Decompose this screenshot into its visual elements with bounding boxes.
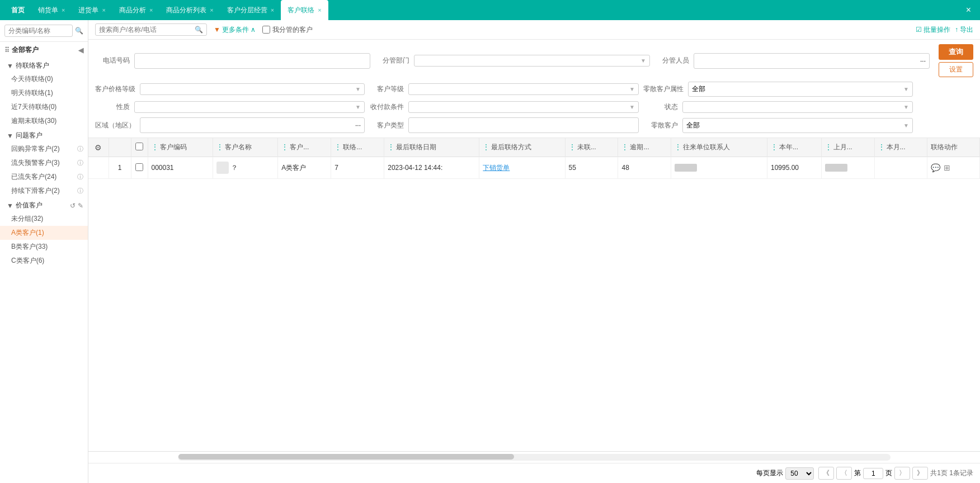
sidebar-item-ungrouped[interactable]: 未分组(32) — [0, 212, 88, 226]
problem-customers-label: 问题客户 — [16, 131, 43, 140]
last-contact-way-link[interactable]: 下销货单 — [483, 164, 510, 172]
row-checkbox[interactable] — [135, 163, 143, 171]
filter-search-icon[interactable]: 🔍 — [195, 26, 203, 34]
scrollbar-track[interactable] — [178, 454, 891, 461]
nav-tab-sales[interactable]: 销货单 × — [31, 0, 72, 20]
sidebar-item-b-class[interactable]: B类客户(33) — [0, 240, 88, 254]
td-check — [131, 157, 148, 179]
close-goods-analysis-tab[interactable]: × — [149, 7, 153, 13]
filter-label-scatter: 零散客户 — [643, 121, 682, 130]
filter-search-input[interactable] — [99, 26, 195, 34]
sidebar-item-overdue-contact[interactable]: 逾期未联络(30) — [0, 114, 88, 128]
th-last-contact-date: ⋮最后联络日期 — [384, 138, 479, 157]
sidebar-item-7days-contact[interactable]: 近7天待联络(0) — [0, 100, 88, 114]
close-goods-analysis-list-tab[interactable]: × — [210, 7, 213, 13]
sidebar-search-input[interactable] — [4, 25, 73, 37]
pending-contact-group[interactable]: ▼ 待联络客户 — [0, 58, 88, 72]
sidebar-item-c-class[interactable]: C类客户(6) — [0, 254, 88, 268]
close-purchase-tab[interactable]: × — [102, 7, 105, 13]
filter-select-scatter-attr[interactable]: 全部 ▼ — [688, 82, 913, 97]
filter-cell-scatter: 零散客户 全部 ▼ — [643, 118, 913, 133]
all-customers-header[interactable]: ⠿ 全部客户 ◀ — [0, 42, 88, 58]
page-number-input[interactable] — [863, 468, 883, 479]
filter-my-customers[interactable]: 我分管的客户 — [262, 25, 313, 35]
filter-select-payment[interactable]: ▼ — [408, 101, 639, 113]
qr-icon[interactable]: ⊞ — [944, 163, 950, 172]
filter-label-status: 状态 — [643, 102, 682, 112]
filter-cell-price-level: 客户价格等级 ▼ — [95, 83, 365, 95]
table-gear-icon[interactable]: ⚙ — [95, 143, 102, 152]
sidebar-item-repurchase-abnormal[interactable]: 回购异常客户(2) ⓘ — [0, 142, 88, 156]
value-customers-group[interactable]: ▼ 价值客户 ↺ ✎ — [0, 198, 88, 212]
filter-label-nature: 性质 — [95, 102, 134, 112]
filter-more-arrow: ∧ — [251, 26, 256, 34]
page-size-select: 每页显示 20 50 100 — [756, 467, 814, 480]
sort-icon-date: ⋮ — [388, 143, 394, 151]
close-sales-tab[interactable]: × — [62, 7, 65, 13]
sidebar-item-lost-warning[interactable]: 流失预警客户(3) ⓘ — [0, 156, 88, 170]
filter-label-dept: 分管部门 — [375, 56, 414, 65]
last-page-button[interactable]: 》 — [912, 467, 928, 480]
filter-input-person[interactable]: ··· — [694, 53, 930, 69]
sidebar-item-declining[interactable]: 持续下滑客户(2) ⓘ — [0, 184, 88, 198]
nav-tab-goods-analysis[interactable]: 商品分析 × — [112, 0, 159, 20]
sidebar-item-already-lost[interactable]: 已流失客户(24) ⓘ — [0, 170, 88, 184]
refresh-icon[interactable]: ↺ — [70, 202, 76, 210]
close-all-button[interactable]: × — [962, 5, 976, 15]
scrollbar-thumb[interactable] — [178, 454, 514, 460]
prev-page-button[interactable]: 〈 — [836, 467, 852, 480]
td-this-year: 10995.00 — [767, 157, 821, 179]
value-customers-label: 价值客户 — [16, 201, 43, 210]
sidebar-item-today-contact[interactable]: 今天待联络(0) — [0, 72, 88, 86]
th-overdue: ⋮逾期... — [618, 138, 671, 157]
filter-select-customer-level[interactable]: ▼ — [408, 83, 639, 95]
filter-select-scatter[interactable]: 全部 ▼ — [682, 118, 913, 133]
collapse-icon[interactable]: ◀ — [78, 46, 83, 54]
horizontal-scrollbar[interactable] — [88, 451, 980, 463]
filter-more-btn[interactable]: ▼ 更多条件 ∧ — [214, 25, 256, 35]
td-name: ？ — [213, 157, 277, 179]
filter-input-region[interactable]: ··· — [140, 117, 365, 133]
nav-tab-goods-analysis-list[interactable]: 商品分析列表 × — [159, 0, 220, 20]
filter-input-phone[interactable] — [134, 53, 370, 69]
info-icon-1: ⓘ — [77, 145, 83, 153]
sidebar-item-a-class[interactable]: A类客户(1) — [0, 226, 88, 240]
filter-input-customer-type[interactable] — [408, 117, 639, 133]
close-customer-tier-tab[interactable]: × — [271, 7, 274, 13]
td-gear — [88, 157, 109, 179]
problem-customers-group[interactable]: ▼ 问题客户 — [0, 128, 88, 142]
nav-tab-customer-contact[interactable]: 客户联络 × — [281, 0, 328, 20]
th-no-contact: ⋮未联... — [565, 138, 618, 157]
my-customers-checkbox[interactable] — [262, 26, 270, 34]
first-page-button[interactable]: 《 — [818, 467, 834, 480]
edit-icon[interactable]: ✎ — [78, 202, 83, 210]
filter-select-dept[interactable]: ▼ — [414, 55, 650, 67]
th-index — [109, 138, 131, 157]
batch-op-button[interactable]: ☑ 批量操作 — [916, 25, 950, 35]
th-company-contact: ⋮往来单位联系人 — [671, 138, 767, 157]
advanced-filters: 电话号码 分管部门 ▼ 分管人员 ··· 查询 — [88, 40, 980, 138]
page-size-label: 每页显示 — [756, 468, 783, 478]
filter-cell-phone: 电话号码 — [95, 53, 370, 69]
query-button[interactable]: 查询 — [939, 44, 973, 60]
nav-tab-home[interactable]: 首页 — [4, 0, 31, 20]
filter-select-price-level[interactable]: ▼ — [140, 83, 365, 95]
filter-select-status[interactable]: ▼ — [682, 101, 913, 113]
select-all-checkbox[interactable] — [135, 143, 143, 150]
next-page-button[interactable]: 〉 — [894, 467, 910, 480]
sidebar-search-icon[interactable]: 🔍 — [75, 27, 83, 35]
sidebar-item-tomorrow-contact[interactable]: 明天待联络(1) — [0, 86, 88, 100]
filter-row-1: 电话号码 分管部门 ▼ 分管人员 ··· 查询 — [95, 44, 973, 77]
filter-label-customer-level: 客户等级 — [369, 84, 408, 94]
page-size-dropdown[interactable]: 20 50 100 — [785, 467, 814, 480]
nav-tab-purchase[interactable]: 进货单 × — [72, 0, 112, 20]
filter-select-nature[interactable]: ▼ — [134, 101, 365, 113]
export-button[interactable]: ↑ 导出 — [955, 25, 973, 35]
th-this-year: ⋮本年... — [767, 138, 821, 157]
settings-button[interactable]: 设置 — [939, 62, 973, 77]
nav-tab-customer-tier[interactable]: 客户分层经营 × — [220, 0, 281, 20]
close-customer-contact-tab[interactable]: × — [318, 7, 321, 13]
filter-label-scatter-attr: 零散客户属性 — [643, 84, 688, 94]
chat-icon[interactable]: 💬 — [931, 163, 940, 172]
masked-last-month: ██ — [825, 164, 847, 172]
